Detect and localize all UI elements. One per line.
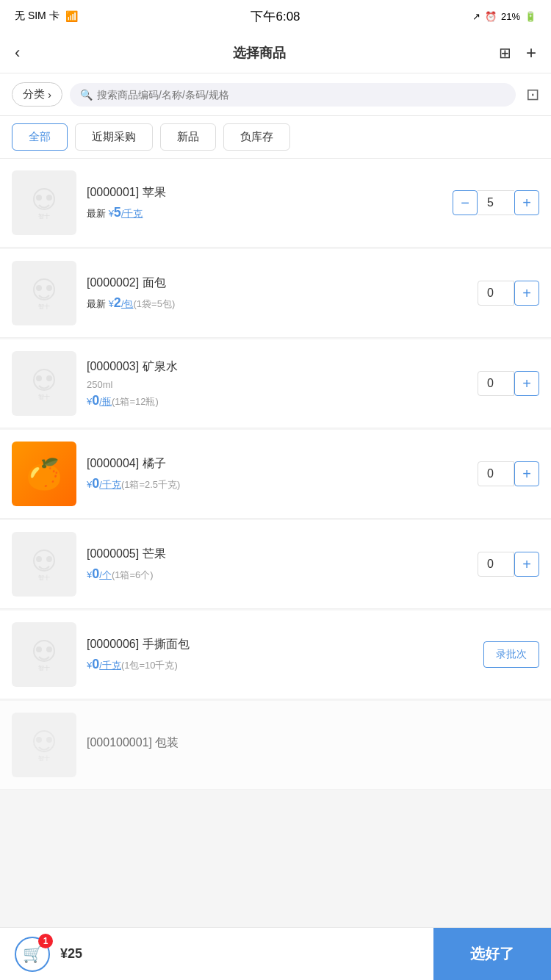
product-name: [0000005] 芒果 [87,547,467,562]
quantity-control: + [478,461,539,486]
quantity-input[interactable] [478,461,514,486]
product-price: ¥0/千克(1箱=2.5千克) [87,476,467,491]
product-price: ¥0/瓶(1箱=12瓶) [87,393,467,408]
quantity-control: + [478,552,539,577]
status-bar: 无 SIM 卡 📶 下午6:08 ↗ ⏰ 21% 🔋 [0,0,551,32]
svg-text:智十: 智十 [38,303,50,310]
cart-icon: 🛒 [23,945,43,964]
quantity-control: − + [453,190,539,215]
product-info: [000100001] 包装 [87,735,539,755]
product-info: [0000003] 矿泉水 250ml ¥0/瓶(1箱=12瓶) [87,359,467,408]
list-item: 智十 [0000001] 苹果 最新 ¥5/千克 − + [0,159,551,248]
quantity-increase-button[interactable]: + [514,190,539,215]
quantity-decrease-button[interactable]: − [453,190,478,215]
svg-point-10 [46,375,52,381]
svg-point-14 [46,556,52,562]
batch-button[interactable]: 录批次 [483,641,539,668]
list-item: 智十 [0000006] 手撕面包 ¥0/千克(1包=10千克) 录批次 [0,610,551,699]
list-item: 智十 [0000005] 芒果 ¥0/个(1箱=6个) + [0,520,551,609]
wifi-icon: 📶 [65,10,78,22]
product-spec: 250ml [87,379,467,390]
confirm-button[interactable]: 选好了 [433,928,551,981]
svg-point-22 [46,737,52,743]
tab-all[interactable]: 全部 [12,123,68,151]
svg-text:智十: 智十 [38,665,50,671]
svg-point-5 [36,285,42,291]
product-info: [0000002] 面包 最新 ¥2/包(1袋=5包) [87,275,467,311]
quantity-control: + [478,371,539,396]
product-thumbnail: 智十 [12,532,76,597]
battery-icon: 🔋 [525,11,536,22]
product-list: 智十 [0000001] 苹果 最新 ¥5/千克 − + 智十 [00 [0,159,551,790]
location-icon: ↗ [472,11,480,22]
product-name: [0000003] 矿泉水 [87,359,467,375]
tab-new[interactable]: 新品 [160,123,216,151]
product-image-orange: 🍊 [12,442,76,506]
cart-badge: 1 [38,934,53,948]
category-button[interactable]: 分类 › [12,82,62,107]
svg-point-9 [36,375,42,381]
quantity-increase-button[interactable]: + [514,552,539,577]
svg-text:智十: 智十 [38,755,50,762]
list-item: 智十 [000100001] 包装 [0,701,551,790]
quantity-increase-button[interactable]: + [514,281,539,306]
product-price: 最新 ¥2/包(1袋=5包) [87,295,467,311]
filter-icon[interactable]: ⊞ [499,44,511,62]
svg-text:智十: 智十 [38,213,50,220]
category-chevron: › [48,88,51,101]
product-thumbnail: 智十 [12,351,76,416]
svg-point-1 [36,195,42,201]
quantity-input[interactable] [478,371,514,396]
status-left: 无 SIM 卡 📶 [15,10,78,23]
product-name: [000100001] 包装 [87,735,539,751]
bottom-bar: 🛒 1 ¥25 选好了 [0,927,551,980]
product-name: [0000001] 苹果 [87,185,442,201]
list-item: 智十 [0000003] 矿泉水 250ml ¥0/瓶(1箱=12瓶) + [0,339,551,428]
quantity-increase-button[interactable]: + [514,461,539,486]
page-title: 选择商品 [233,44,286,62]
alarm-icon: ⏰ [485,11,497,22]
filter-bar: 分类 › 🔍 ⊡ [0,73,551,116]
carrier-label: 无 SIM 卡 [15,10,60,23]
quantity-input[interactable] [478,281,514,306]
nav-actions: ⊞ + [499,43,536,63]
svg-point-6 [46,285,52,291]
product-thumbnail: 智十 [12,261,76,325]
list-item: 智十 [0000002] 面包 最新 ¥2/包(1袋=5包) + [0,249,551,338]
quantity-control: + [478,281,539,306]
cart-section: 🛒 1 ¥25 [0,937,433,972]
product-thumbnail: 智十 [12,170,76,235]
quantity-input[interactable] [478,190,514,215]
quantity-increase-button[interactable]: + [514,371,539,396]
svg-point-13 [36,556,42,562]
svg-point-2 [46,195,52,201]
tab-negative[interactable]: 负库存 [223,123,290,151]
product-name: [0000004] 橘子 [87,456,467,472]
cart-button[interactable]: 🛒 1 [15,937,50,972]
cart-total: ¥25 [60,946,82,962]
product-info: [0000006] 手撕面包 ¥0/千克(1包=10千克) [87,637,473,672]
list-item: 🍊 [0000004] 橘子 ¥0/千克(1箱=2.5千克) + [0,430,551,519]
category-label: 分类 [23,87,45,101]
battery-label: 21% [501,11,520,22]
add-icon[interactable]: + [526,43,536,63]
product-price: ¥0/千克(1包=10千克) [87,657,473,672]
product-price: ¥0/个(1箱=6个) [87,566,467,582]
svg-point-21 [36,737,42,743]
svg-text:智十: 智十 [38,394,50,400]
tab-recent[interactable]: 近期采购 [75,123,153,151]
product-thumbnail: 智十 [12,713,76,777]
tabs-bar: 全部近期采购新品负库存 [0,116,551,159]
back-button[interactable]: ‹ [15,43,20,62]
product-info: [0000001] 苹果 最新 ¥5/千克 [87,185,442,220]
quantity-input[interactable] [478,552,514,577]
scan-icon[interactable]: ⊡ [526,85,539,104]
svg-point-17 [36,646,42,652]
product-info: [0000004] 橘子 ¥0/千克(1箱=2.5千克) [87,456,467,491]
product-name: [0000002] 面包 [87,275,467,291]
status-right: ↗ ⏰ 21% 🔋 [472,11,536,22]
svg-text:智十: 智十 [38,574,50,581]
search-input[interactable] [97,89,505,101]
product-name: [0000006] 手撕面包 [87,637,473,652]
product-price: 最新 ¥5/千克 [87,205,442,220]
